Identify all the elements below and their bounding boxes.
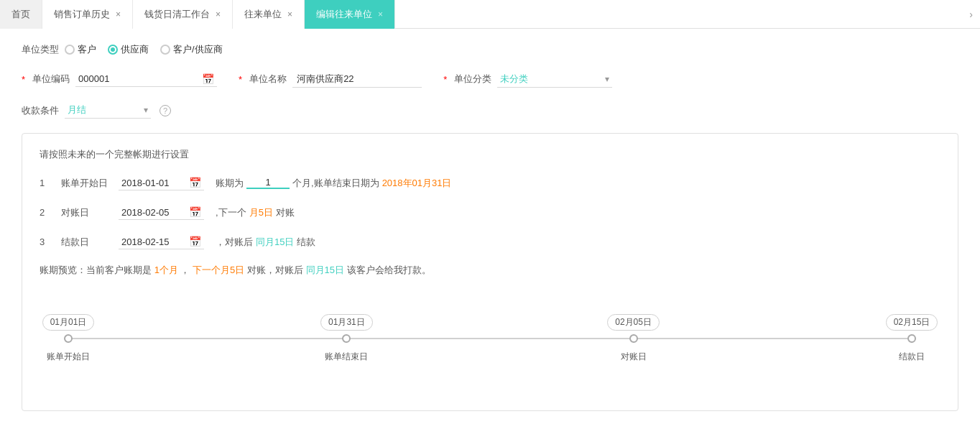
- row-3-desc: ，对账后 同月15日 结款: [216, 236, 315, 249]
- timeline-wrapper: 01月01日 账单开始日 01月31日 账单结束日 02月05日 对账日 02月…: [40, 288, 940, 396]
- timeline: 01月01日 账单开始日 01月31日 账单结束日 02月05日 对账日 02月…: [68, 317, 912, 360]
- tab-home-label: 首页: [11, 8, 30, 21]
- radio-supplier-label: 供应商: [121, 43, 149, 56]
- timeline-dot-1: [64, 334, 73, 343]
- row-3-desc-suffix: 结款: [297, 236, 315, 249]
- row-1-period-input[interactable]: [246, 177, 290, 189]
- tab-cashier[interactable]: 钱货日清工作台 ×: [133, 0, 233, 29]
- unit-code-group: * 单位编码 📅: [22, 72, 217, 87]
- timeline-label-bottom-2: 账单结束日: [325, 351, 368, 363]
- row-2-desc: ,下一个 月5日 对账: [216, 206, 295, 219]
- preview-suffix1: 对账，对账后: [247, 264, 303, 275]
- unit-code-label: 单位编码: [32, 73, 70, 86]
- preview-p2: 下一个月5日: [193, 264, 244, 275]
- tab-sales-history-close[interactable]: ×: [116, 9, 121, 19]
- tab-partner[interactable]: 往来单位 ×: [233, 0, 305, 29]
- row-2-label: 对账日: [61, 206, 119, 219]
- preview-p3: 同月15日: [306, 264, 344, 275]
- unit-code-input[interactable]: [78, 73, 199, 84]
- row-3-date-input[interactable]: [121, 236, 186, 247]
- tab-scroll-arrow[interactable]: ›: [962, 0, 980, 29]
- payment-terms-select[interactable]: 月结 ▾: [65, 102, 151, 119]
- unit-code-star: *: [22, 74, 25, 85]
- timeline-label-top-2: 01月31日: [320, 314, 373, 331]
- tab-edit-partner[interactable]: 编辑往来单位 ×: [305, 0, 395, 29]
- tab-cashier-label: 钱货日清工作台: [144, 8, 210, 21]
- row-2-date-input[interactable]: [121, 207, 186, 218]
- unit-category-group: * 单位分类 未分类 ▾: [443, 71, 612, 88]
- settings-row-2: 2 对账日 📅 ,下一个 月5日 对账: [40, 205, 940, 220]
- row-1-cal-icon[interactable]: 📅: [189, 177, 201, 188]
- tab-cashier-close[interactable]: ×: [216, 9, 221, 19]
- preview-text: 账期预览：当前客户账期是 1个月 ， 下一个月5日 对账，对账后 同月15日 该…: [40, 264, 940, 277]
- timeline-label-bottom-4: 结款日: [899, 351, 925, 363]
- radio-customer-supplier-circle[interactable]: [160, 45, 170, 55]
- tab-sales-history-label: 销售订单历史: [54, 8, 110, 21]
- tab-partner-label: 往来单位: [244, 8, 282, 21]
- row-3-date-field[interactable]: 📅: [119, 234, 204, 249]
- radio-customer[interactable]: 客户: [65, 43, 96, 56]
- radio-customer-supplier-label: 客户/供应商: [173, 43, 223, 56]
- preview-m: ，: [180, 264, 190, 275]
- radio-supplier-circle[interactable]: [108, 45, 118, 55]
- row-3-highlight: 同月15日: [256, 236, 294, 249]
- settings-row-3: 3 结款日 📅 ，对账后 同月15日 结款: [40, 234, 940, 249]
- tabs-bar: 首页 销售订单历史 × 钱货日清工作台 × 往来单位 × 编辑往来单位 × ›: [0, 0, 980, 29]
- timeline-label-bottom-1: 账单开始日: [47, 351, 90, 363]
- row-2-desc-prefix: ,下一个: [216, 206, 246, 219]
- preview-prefix: 账期预览：当前客户账期是: [40, 264, 152, 275]
- timeline-label-top-3: 02月05日: [607, 314, 660, 331]
- unit-category-arrow: ▾: [605, 74, 609, 84]
- row-3-label: 结款日: [61, 236, 119, 249]
- timeline-dot-3: [629, 334, 638, 343]
- row-2-date-field[interactable]: 📅: [119, 205, 204, 220]
- radio-supplier[interactable]: 供应商: [108, 43, 149, 56]
- timeline-dot-4: [907, 334, 916, 343]
- row-1-desc: 账期为 个月,账单结束日期为 2018年01月31日: [216, 177, 451, 190]
- unit-code-icon[interactable]: 📅: [202, 73, 214, 85]
- unit-name-group: * 单位名称: [239, 70, 422, 88]
- row-1-date-field[interactable]: 📅: [119, 175, 204, 190]
- tab-sales-history[interactable]: 销售订单历史 ×: [42, 0, 133, 29]
- unit-type-row: 单位类型 客户 供应商 客户/供应商: [22, 43, 958, 56]
- payment-terms-arrow: ▾: [144, 105, 148, 115]
- radio-customer-label: 客户: [78, 43, 96, 56]
- timeline-node-3: 02月05日 对账日: [629, 334, 638, 343]
- panel-instruction: 请按照未来的一个完整帐期进行设置: [40, 148, 940, 161]
- tab-home[interactable]: 首页: [0, 0, 42, 29]
- settings-row-1: 1 账单开始日 📅 账期为 个月,账单结束日期为 2018年01月31日: [40, 175, 940, 190]
- timeline-line: [68, 338, 912, 339]
- timeline-label-top-4: 02月15日: [886, 314, 938, 331]
- row-2-desc-suffix: 对账: [276, 206, 295, 219]
- payment-terms-group: 收款条件 月结 ▾ ?: [22, 102, 171, 119]
- radio-customer-circle[interactable]: [65, 45, 75, 55]
- unit-category-select[interactable]: 未分类 ▾: [497, 71, 612, 88]
- payment-terms-label: 收款条件: [22, 104, 59, 117]
- row-3-num: 3: [40, 236, 61, 247]
- unit-category-star: *: [443, 74, 447, 85]
- timeline-node-2: 01月31日 账单结束日: [342, 334, 351, 343]
- row-2-cal-icon[interactable]: 📅: [189, 206, 201, 218]
- row-2-highlight: 月5日: [249, 206, 273, 219]
- payment-terms-help-icon[interactable]: ?: [160, 105, 171, 116]
- unit-category-value: 未分类: [500, 73, 605, 86]
- row-1-date-input[interactable]: [121, 178, 186, 188]
- timeline-dot-2: [342, 334, 351, 343]
- unit-name-star: *: [239, 74, 242, 85]
- unit-type-label: 单位类型: [22, 43, 59, 56]
- timeline-node-1: 01月01日 账单开始日: [64, 334, 73, 343]
- tab-partner-close[interactable]: ×: [287, 9, 292, 19]
- unit-name-input[interactable]: [292, 70, 422, 88]
- row-1-num: 1: [40, 178, 61, 188]
- payment-terms-value: 月结: [68, 104, 144, 116]
- timeline-label-top-1: 01月01日: [42, 314, 95, 331]
- radio-customer-supplier[interactable]: 客户/供应商: [160, 43, 223, 56]
- row-3-desc-prefix: ，对账后: [216, 236, 253, 249]
- unit-type-group: 单位类型 客户 供应商 客户/供应商: [22, 43, 223, 56]
- unit-code-field[interactable]: 📅: [75, 72, 217, 87]
- timeline-label-bottom-3: 对账日: [621, 351, 647, 363]
- settings-panel: 请按照未来的一个完整帐期进行设置 1 账单开始日 📅 账期为 个月,账单结束日期…: [22, 133, 958, 411]
- row-3-cal-icon[interactable]: 📅: [189, 236, 201, 247]
- tab-edit-partner-close[interactable]: ×: [378, 9, 383, 19]
- preview-p1: 1个月: [154, 264, 178, 275]
